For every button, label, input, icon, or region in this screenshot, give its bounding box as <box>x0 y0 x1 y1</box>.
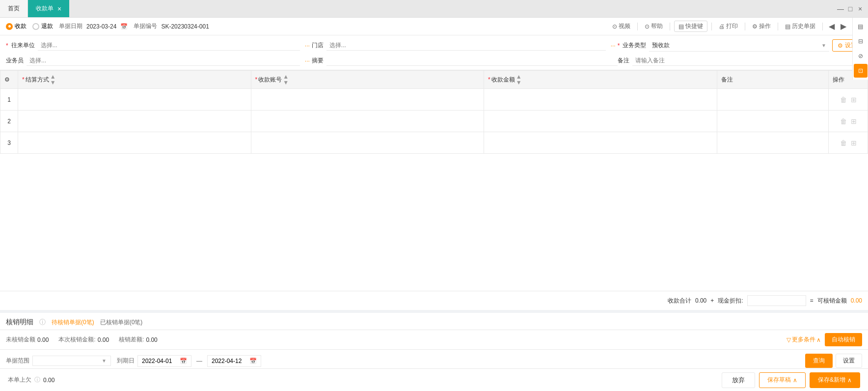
row3-delete-icon[interactable]: 🗑 <box>840 139 847 147</box>
calendar-icon[interactable]: 📅 <box>120 23 128 30</box>
sort-account-icon[interactable]: ▲▼ <box>283 74 289 85</box>
biz-type-label: 业务类型 <box>623 41 646 50</box>
billno-value: SK-20230324-001 <box>161 23 209 30</box>
plus-sign: + <box>710 297 714 304</box>
help-btn[interactable]: ⊙ 帮助 <box>642 21 666 31</box>
video-btn[interactable]: ⊙ 视频 <box>609 21 633 31</box>
store-more-btn[interactable]: ··· <box>609 42 618 49</box>
sidebar-icon-3[interactable]: ⊘ <box>854 49 868 63</box>
section-title: 核销明细 <box>6 318 33 327</box>
date-to-picker[interactable]: 2022-04-12 📅 <box>207 355 261 367</box>
shortcut-icon: ▤ <box>678 23 684 30</box>
net-value: 0.00 <box>851 297 862 304</box>
abandon-button[interactable]: 放弃 <box>722 372 755 388</box>
tab-home[interactable]: 首页 <box>0 0 28 17</box>
radio-refund[interactable]: 退款 <box>32 22 53 30</box>
radio-refund-icon <box>32 23 39 30</box>
biz-type-select[interactable]: 预收款 ▼ <box>649 40 829 52</box>
save-draft-button[interactable]: 保存草稿 ∧ <box>759 372 806 388</box>
toolbar-billno-group: 单据编号 SK-20230324-001 <box>134 22 209 30</box>
date-from-value: 2022-04-01 <box>142 358 172 364</box>
row1-settlement[interactable] <box>18 89 251 111</box>
receipt-table: ⚙ * 结算方式 ▲▼ * 收款账号 ▲▼ <box>0 70 868 154</box>
row1-account[interactable] <box>251 89 484 111</box>
filter-settings-button[interactable]: 设置 <box>836 354 862 368</box>
filter-right: 查询 设置 <box>805 354 862 368</box>
table-row: 3 🗑 ⊞ <box>0 132 868 154</box>
form-row-2: 业务员 ··· 摘要 备注 <box>6 56 862 66</box>
tab-close-icon[interactable]: × <box>57 5 61 12</box>
row2-settlement[interactable] <box>18 111 251 132</box>
row1-amount[interactable] <box>484 89 717 111</box>
row2-copy-icon[interactable]: ⊞ <box>851 117 857 125</box>
auto-verify-button[interactable]: 自动核销 <box>825 333 862 346</box>
summary-field: 摘要 <box>312 56 618 66</box>
right-sidebar: ▤ ⊟ ⊘ ⊡ <box>852 18 868 80</box>
table-row: 1 🗑 ⊞ <box>0 89 868 111</box>
more-conditions-btn[interactable]: ▽ 更多条件 ∧ <box>787 335 821 344</box>
sidebar-icon-1[interactable]: ▤ <box>854 20 868 33</box>
close-button[interactable]: × <box>856 5 864 13</box>
tab-active-receipt[interactable]: 收款单 × <box>28 0 69 17</box>
discount-input[interactable] <box>747 295 806 306</box>
nav-next-icon[interactable]: ▶ <box>839 22 848 31</box>
sidebar-icon-4-active[interactable]: ⊡ <box>854 64 868 78</box>
th-account: * 收款账号 ▲▼ <box>251 71 484 89</box>
save-new-button[interactable]: 保存&新增 ∧ <box>810 372 860 388</box>
counterpart-more-btn[interactable]: ··· <box>303 42 312 49</box>
bill-range-field: 单据范围 ▼ <box>6 356 111 366</box>
shortcut-btn[interactable]: ▤ 快捷键 <box>674 21 707 32</box>
toolbar-date-group: 单据日期 2023-03-24 📅 <box>59 22 128 30</box>
radio-receive[interactable]: 收款 <box>6 22 27 30</box>
history-icon: ▤ <box>785 23 790 30</box>
date-label: 单据日期 <box>59 22 82 30</box>
toolbar-right: ⊙ 视频 ⊙ 帮助 ▤ 快捷键 🖨 打印 ⚙ 操作 <box>609 21 862 32</box>
help-icon: ⊙ <box>645 23 650 30</box>
row3-account[interactable] <box>251 132 484 154</box>
row2-remark[interactable] <box>717 111 828 132</box>
salesperson-field: 业务员 ··· <box>6 56 312 66</box>
print-btn[interactable]: 🖨 打印 <box>716 21 741 31</box>
info-icon[interactable]: ⓘ <box>39 318 46 327</box>
query-button[interactable]: 查询 <box>805 354 833 368</box>
row1-copy-icon[interactable]: ⊞ <box>851 96 857 104</box>
tab-pending[interactable]: 待核销单据(0笔) <box>52 318 94 327</box>
row3-remark[interactable] <box>717 132 828 154</box>
maximize-button[interactable]: □ <box>846 5 854 13</box>
history-btn[interactable]: ▤ 历史单据 <box>782 21 818 31</box>
operation-icon: ⚙ <box>752 23 758 30</box>
operation-btn[interactable]: ⚙ 操作 <box>749 21 774 31</box>
calendar-from-icon: 📅 <box>180 358 187 364</box>
date-from-picker[interactable]: 2022-04-01 📅 <box>137 355 191 367</box>
minimize-button[interactable]: — <box>837 5 844 13</box>
remark-input[interactable] <box>632 56 862 66</box>
row1-remark[interactable] <box>717 89 828 111</box>
sidebar-icon-2[interactable]: ⊟ <box>854 34 868 48</box>
biz-type-value: 预收款 <box>652 41 670 50</box>
info-circle-icon: ⓘ <box>34 376 40 384</box>
sort-amount-icon[interactable]: ▲▼ <box>516 74 522 85</box>
salesperson-more-btn[interactable]: ··· <box>303 57 312 64</box>
bill-range-select[interactable]: ▼ <box>32 356 111 366</box>
counterpart-input[interactable] <box>38 40 300 51</box>
th-gear[interactable]: ⚙ <box>0 71 18 89</box>
salesperson-input[interactable] <box>27 56 300 66</box>
sort-settlement-icon[interactable]: ▲▼ <box>50 74 56 85</box>
store-input[interactable] <box>326 40 606 51</box>
stats-row: 未核销金额 0.00 本次核销金额: 0.00 核销差额: 0.00 ▽ 更多条… <box>0 330 868 350</box>
row2-amount[interactable] <box>484 111 717 132</box>
tab-done[interactable]: 已核销单据(0笔) <box>100 318 143 327</box>
row3-copy-icon[interactable]: ⊞ <box>851 139 857 147</box>
nav-prev-icon[interactable]: ◀ <box>827 22 837 31</box>
summary-input[interactable] <box>326 56 618 66</box>
row3-settlement[interactable] <box>18 132 251 154</box>
radio-receive-label: 收款 <box>15 22 27 30</box>
save-draft-arrow-icon: ∧ <box>793 377 797 384</box>
net-label: 可核销金额 <box>817 297 847 305</box>
row2-account[interactable] <box>251 111 484 132</box>
row3-amount[interactable] <box>484 132 717 154</box>
row1-delete-icon[interactable]: 🗑 <box>840 96 847 104</box>
unchecked-value: 0.00 <box>37 336 49 343</box>
total-label: 收款合计 <box>668 297 691 305</box>
row2-delete-icon[interactable]: 🗑 <box>840 117 847 125</box>
